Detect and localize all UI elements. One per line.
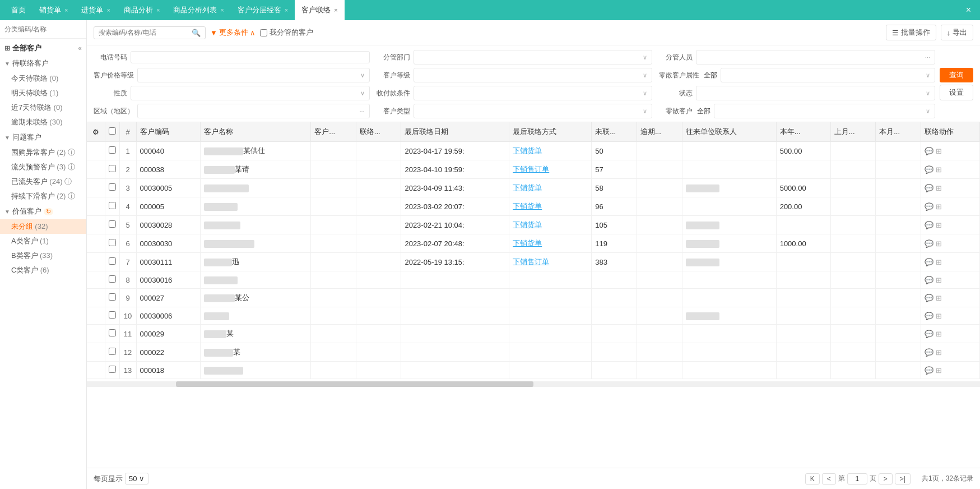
sidebar-item-class-a[interactable]: A类客户 (1) bbox=[0, 234, 86, 248]
grid-action-icon[interactable]: ⊞ bbox=[936, 221, 942, 229]
last-contact-method-link[interactable]: 下销货单 bbox=[513, 239, 542, 247]
row-last-contact-method[interactable] bbox=[509, 343, 592, 362]
row-checkbox[interactable] bbox=[105, 142, 119, 160]
th-this-month[interactable]: 本月... bbox=[876, 122, 921, 142]
tab-purchase[interactable]: 进货单 × bbox=[75, 0, 117, 20]
row-last-contact-method[interactable]: 下销货单 bbox=[509, 179, 592, 197]
chat-icon[interactable]: 💬 bbox=[925, 276, 933, 284]
chat-icon[interactable]: 💬 bbox=[925, 221, 933, 229]
th-last-contact-date[interactable]: 最后联络日期 bbox=[401, 122, 509, 142]
row-checkbox[interactable] bbox=[105, 271, 119, 289]
th-no-contact[interactable]: 未联... bbox=[592, 122, 637, 142]
chat-icon[interactable]: 💬 bbox=[925, 184, 933, 192]
grid-action-icon[interactable]: ⊞ bbox=[936, 147, 942, 155]
row-checkbox[interactable] bbox=[105, 343, 119, 362]
th-this-year[interactable]: 本年... bbox=[776, 122, 830, 142]
th-last-contact-method[interactable]: 最后联络方式 bbox=[509, 122, 592, 142]
th-overdue[interactable]: 逾期... bbox=[637, 122, 682, 142]
scrollbar-thumb[interactable] bbox=[176, 381, 533, 387]
th-name[interactable]: 客户名称 bbox=[201, 122, 311, 142]
chat-icon[interactable]: 💬 bbox=[925, 239, 933, 248]
grid-action-icon[interactable]: ⊞ bbox=[936, 239, 942, 248]
sidebar-item-class-b[interactable]: B类客户 (33) bbox=[0, 248, 86, 263]
row-last-contact-method[interactable] bbox=[509, 325, 592, 343]
close-customer-segment-tab[interactable]: × bbox=[285, 7, 288, 13]
customer-type-select[interactable]: ∨ bbox=[414, 104, 653, 118]
sidebar-item-abnormal-purchase[interactable]: 囤购异常客户 (2) ⓘ bbox=[0, 145, 86, 160]
retail-customer-select[interactable]: ∨ bbox=[714, 104, 935, 118]
row-last-contact-method[interactable]: 下销货单 bbox=[509, 197, 592, 216]
grid-action-icon[interactable]: ⊞ bbox=[936, 348, 942, 357]
grid-action-icon[interactable]: ⊞ bbox=[936, 312, 942, 320]
row-last-contact-method[interactable] bbox=[509, 271, 592, 289]
sidebar-item-declining[interactable]: 持续下滑客户 (2) ⓘ bbox=[0, 189, 86, 204]
tab-home[interactable]: 首页 bbox=[4, 0, 32, 20]
chat-icon[interactable]: 💬 bbox=[925, 312, 933, 320]
th-code[interactable]: 客户编码 bbox=[136, 122, 201, 142]
chat-icon[interactable]: 💬 bbox=[925, 348, 933, 357]
payment-select[interactable]: ∨ bbox=[414, 86, 653, 100]
tab-customer-contact[interactable]: 客户联络 × bbox=[295, 0, 344, 20]
tab-goods-analysis-list[interactable]: 商品分析列表 × bbox=[166, 0, 230, 20]
row-last-contact-method[interactable] bbox=[509, 289, 592, 307]
close-sales-tab[interactable]: × bbox=[64, 7, 68, 13]
row-checkbox[interactable] bbox=[105, 253, 119, 271]
my-customer-check[interactable]: 我分管的客户 bbox=[260, 27, 313, 38]
select-all-checkbox[interactable] bbox=[109, 127, 116, 135]
sidebar-item-unclassified[interactable]: 未分组 (32) bbox=[0, 219, 86, 234]
sidebar-item-overdue-no-contact[interactable]: 逾期未联络 (30) bbox=[0, 115, 86, 130]
last-contact-method-link[interactable]: 下销货单 bbox=[513, 146, 542, 155]
th-check[interactable] bbox=[105, 122, 119, 142]
tab-customer-segment[interactable]: 客户分层经客 × bbox=[231, 0, 295, 20]
row-last-contact-method[interactable] bbox=[509, 307, 592, 325]
dept-select[interactable]: ∨ bbox=[414, 50, 653, 64]
prev-page-btn[interactable]: < bbox=[822, 473, 836, 485]
sidebar-item-churn-warning[interactable]: 流失预警客户 (3) ⓘ bbox=[0, 160, 86, 174]
tab-goods-analysis[interactable]: 商品分析 × bbox=[117, 0, 166, 20]
grid-action-icon[interactable]: ⊞ bbox=[936, 258, 942, 266]
row-checkbox[interactable] bbox=[105, 289, 119, 307]
group-value-customer[interactable]: ▼ 价值客户 ↻ bbox=[0, 204, 86, 219]
phone-input[interactable] bbox=[131, 51, 370, 63]
retail-attr-select[interactable]: ∨ bbox=[721, 68, 935, 82]
last-contact-method-link[interactable]: 下销货单 bbox=[513, 183, 542, 192]
sidebar-item-7days-pending[interactable]: 近7天待联络 (0) bbox=[0, 100, 86, 115]
grid-action-icon[interactable]: ⊞ bbox=[936, 330, 942, 338]
last-contact-method-link[interactable]: 下销货单 bbox=[513, 220, 542, 229]
row-last-contact-method[interactable]: 下销售订单 bbox=[509, 253, 592, 271]
row-checkbox[interactable] bbox=[105, 160, 119, 179]
page-number-input[interactable] bbox=[847, 473, 867, 485]
sidebar-search-input[interactable] bbox=[4, 25, 87, 33]
sidebar-item-churned[interactable]: 已流失客户 (24) ⓘ bbox=[0, 174, 86, 189]
row-checkbox[interactable] bbox=[105, 307, 119, 325]
close-window-btn[interactable]: × bbox=[962, 5, 976, 15]
grid-action-icon[interactable]: ⊞ bbox=[936, 294, 942, 302]
reset-btn[interactable]: 设置 bbox=[940, 85, 973, 100]
sidebar-item-today-pending[interactable]: 今天待联络 (0) bbox=[0, 71, 86, 86]
row-checkbox[interactable] bbox=[105, 362, 119, 379]
row-last-contact-method[interactable]: 下销货单 bbox=[509, 216, 592, 234]
last-page-btn[interactable]: >| bbox=[895, 473, 911, 485]
row-last-contact-method[interactable]: 下销货单 bbox=[509, 142, 592, 160]
last-contact-method-link[interactable]: 下销售订单 bbox=[513, 165, 549, 173]
group-pending-contact[interactable]: ▼ 待联络客户 bbox=[0, 56, 86, 71]
chat-icon[interactable]: 💬 bbox=[925, 165, 933, 174]
row-last-contact-method[interactable] bbox=[509, 362, 592, 379]
last-contact-method-link[interactable]: 下销货单 bbox=[513, 202, 542, 210]
close-purchase-tab[interactable]: × bbox=[106, 7, 110, 13]
collapse-btn[interactable]: « bbox=[78, 44, 82, 52]
row-last-contact-method[interactable]: 下销货单 bbox=[509, 234, 592, 253]
next-page-btn[interactable]: > bbox=[879, 473, 893, 485]
row-last-contact-method[interactable]: 下销售订单 bbox=[509, 160, 592, 179]
all-customers-section[interactable]: ⊞ 全部客户 « bbox=[0, 39, 86, 56]
tab-sales[interactable]: 销货单 × bbox=[32, 0, 75, 20]
grid-action-icon[interactable]: ⊞ bbox=[936, 202, 942, 211]
table-scrollbar[interactable] bbox=[87, 381, 980, 387]
chat-icon[interactable]: 💬 bbox=[925, 202, 933, 211]
more-filter-btn[interactable]: ▼ 更多条件 ∧ bbox=[210, 27, 256, 38]
chat-icon[interactable]: 💬 bbox=[925, 330, 933, 338]
grid-action-icon[interactable]: ⊞ bbox=[936, 276, 942, 284]
close-customer-contact-tab[interactable]: × bbox=[334, 7, 337, 13]
search-input[interactable] bbox=[99, 29, 192, 36]
th-last-month[interactable]: 上月... bbox=[830, 122, 876, 142]
